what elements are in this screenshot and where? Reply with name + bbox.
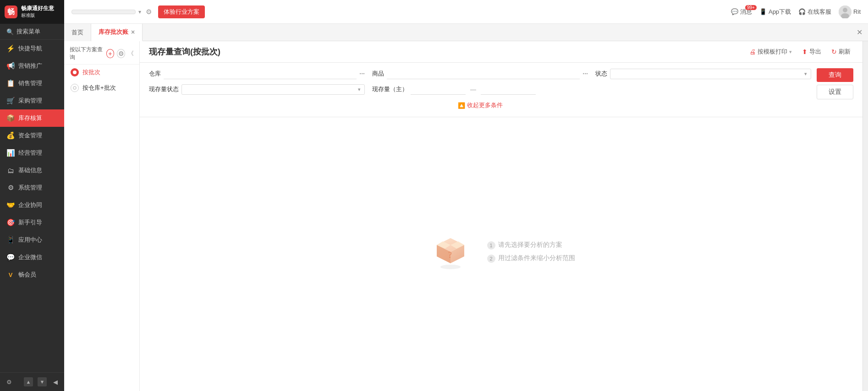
export-btn[interactable]: ⬆ 导出	[799, 46, 824, 58]
sidebar-item-inventory[interactable]: 📦 库存核算	[0, 109, 64, 127]
inventory-qty-to[interactable]	[481, 84, 536, 95]
add-plan-btn[interactable]: +	[106, 49, 115, 58]
appcenter-icon: 📱	[6, 236, 15, 244]
product-dots[interactable]: ···	[582, 70, 588, 77]
sidebar-settings-icon[interactable]: ⚙	[6, 379, 12, 386]
inventory-qty-from[interactable]	[411, 84, 466, 95]
topbar-chevron-icon[interactable]: ▾	[138, 9, 141, 15]
tab-home[interactable]: 首页	[64, 24, 91, 41]
purchase-icon: 🛒	[6, 97, 15, 105]
svg-text:?: ?	[448, 250, 452, 260]
user-profile-btn[interactable]: Rit	[839, 5, 861, 18]
sidebar-scroll-up[interactable]: ▲	[24, 377, 33, 386]
avatar	[839, 5, 852, 18]
online-service-btn[interactable]: 🎧 在线客服	[798, 8, 831, 16]
search-icon: 🔍	[6, 28, 14, 35]
sidebar-label-appcenter: 应用中心	[18, 236, 42, 244]
sidebar-search[interactable]: 🔍 搜索菜单	[0, 24, 64, 40]
brand-name: 畅康通好生意	[21, 5, 54, 12]
panel-collapse-btn[interactable]: 《	[128, 49, 134, 58]
inventory-status-select[interactable]: ▾	[181, 84, 365, 95]
topbar-search-box[interactable]	[71, 10, 136, 14]
sidebar-item-quick-nav[interactable]: ⚡ 快捷导航	[0, 40, 64, 57]
collapse-up-icon: 🔼	[458, 102, 465, 109]
sidebar-item-system[interactable]: ⚙ 系统管理	[0, 179, 64, 196]
settings-btn[interactable]: 设置	[817, 85, 853, 99]
sidebar-item-finance[interactable]: 💰 资金管理	[0, 127, 64, 144]
tab-inventory-batch[interactable]: 库存批次账 ×	[91, 24, 143, 41]
tab-close-icon[interactable]: ×	[131, 28, 135, 36]
right-content: 现存量查询(按批次) 🖨 按模板打印 ▾ ⬆ 导出 ↻ 刷新	[140, 41, 863, 391]
filter-area: 仓库 ··· 商品 ··· 状态	[140, 63, 863, 117]
sidebar-label-basic: 基础信息	[18, 166, 42, 174]
query-btn[interactable]: 查询	[817, 68, 853, 82]
sidebar-label-enterprise: 企业协同	[18, 201, 42, 209]
sidebar-item-sales[interactable]: 📋 销售管理	[0, 75, 64, 92]
messages-badge: 99+	[745, 5, 757, 10]
plan-by-warehouse-batch[interactable]: 按仓库+批次	[64, 80, 139, 96]
sidebar-collapse-icon[interactable]: ◀	[53, 379, 58, 386]
app-version: 标准版	[21, 12, 54, 19]
quick-nav-icon: ⚡	[6, 44, 15, 53]
topbar-gear-icon[interactable]: ⚙	[146, 8, 152, 16]
plan-by-warehouse-batch-icon	[71, 84, 79, 92]
sidebar-item-newuser[interactable]: 🎯 新手引导	[0, 214, 64, 231]
export-icon: ⬆	[802, 48, 808, 55]
tabs-end-close-btn[interactable]: ✕	[851, 24, 868, 41]
sidebar-label-system: 系统管理	[18, 184, 42, 192]
sidebar-footer: ⚙ ▲ ▼ ◀	[0, 372, 64, 391]
app-download-btn[interactable]: 📱 App下载	[759, 8, 791, 16]
topbar-search-area: ▾ ⚙	[71, 8, 152, 16]
left-panel: 按以下方案查询 + ⚙ 《 按批次 按仓库+批次	[64, 41, 140, 391]
warehouse-dots[interactable]: ···	[359, 70, 365, 77]
wechat-icon: 💬	[6, 253, 15, 261]
tabs-bar: 首页 库存批次账 × ✕	[64, 24, 868, 41]
empty-step-2: 2 用过滤条件来缩小分析范围	[487, 254, 575, 263]
tab-inventory-batch-label: 库存批次账	[99, 28, 128, 36]
collapse-more-btn[interactable]: 🔼 收起更多条件	[149, 99, 811, 111]
topbar-actions: 💬 消息 99+ 📱 App下载 🎧 在线客服	[731, 5, 861, 18]
page-title: 现存量查询(按批次)	[149, 46, 220, 57]
filter-status: 状态 ▾	[595, 69, 811, 79]
refresh-label: 刷新	[839, 48, 851, 56]
step2-text: 用过滤条件来缩小分析范围	[498, 254, 575, 262]
step1-num: 1	[487, 241, 495, 250]
refresh-btn[interactable]: ↻ 刷新	[829, 46, 853, 58]
plan-settings-btn[interactable]: ⚙	[117, 49, 125, 58]
status-select[interactable]: ▾	[610, 69, 811, 79]
experience-btn[interactable]: 体验行业方案	[158, 5, 205, 18]
sidebar-label-finance: 资金管理	[18, 131, 42, 140]
print-btn[interactable]: 🖨 按模板打印 ▾	[747, 46, 795, 58]
plan-by-batch[interactable]: 按批次	[64, 65, 139, 80]
qty-dash: —	[470, 86, 476, 93]
messages-btn[interactable]: 💬 消息 99+	[731, 8, 752, 16]
page-header: 现存量查询(按批次) 🖨 按模板打印 ▾ ⬆ 导出 ↻ 刷新	[140, 41, 863, 63]
sidebar-item-wechat[interactable]: 💬 企业微信	[0, 249, 64, 266]
sidebar-item-appcenter[interactable]: 📱 应用中心	[0, 231, 64, 249]
brand-info: 畅康通好生意 标准版	[21, 5, 54, 19]
print-label: 按模板打印	[758, 48, 787, 56]
sidebar-item-basic[interactable]: 🗂 基础信息	[0, 162, 64, 179]
collapse-more-label: 收起更多条件	[467, 101, 503, 109]
warehouse-input[interactable]	[164, 68, 357, 79]
phone-icon: 📱	[759, 8, 767, 15]
enterprise-icon: 🤝	[6, 201, 15, 209]
finance-icon: 💰	[6, 131, 15, 140]
product-input[interactable]	[387, 68, 580, 79]
filter-row-2: 现存量状态 ▾ 现存量（主） —	[149, 84, 811, 95]
sidebar-item-purchase[interactable]: 🛒 采购管理	[0, 92, 64, 109]
filter-product: 商品 ···	[372, 68, 588, 79]
sidebar-label-newuser: 新手引导	[18, 218, 42, 227]
empty-step-1: 1 请先选择要分析的方案	[487, 241, 575, 250]
sidebar-item-operations[interactable]: 📊 经营管理	[0, 144, 64, 162]
step1-text: 请先选择要分析的方案	[498, 241, 562, 249]
inventory-qty-label: 现存量（主）	[372, 85, 408, 93]
sidebar-item-member[interactable]: V 畅会员	[0, 266, 64, 283]
sidebar-scroll-down[interactable]: ▼	[38, 377, 47, 386]
sidebar-item-marketing[interactable]: 📢 营销推广	[0, 57, 64, 75]
inv-status-chevron-icon: ▾	[358, 87, 361, 92]
main-area: ▾ ⚙ 体验行业方案 💬 消息 99+ 📱 App下载 🎧 在线客服	[64, 0, 868, 391]
sidebar-item-enterprise[interactable]: 🤝 企业协同	[0, 196, 64, 214]
tab-home-label: 首页	[71, 28, 83, 37]
sidebar-label-member: 畅会员	[18, 271, 36, 279]
